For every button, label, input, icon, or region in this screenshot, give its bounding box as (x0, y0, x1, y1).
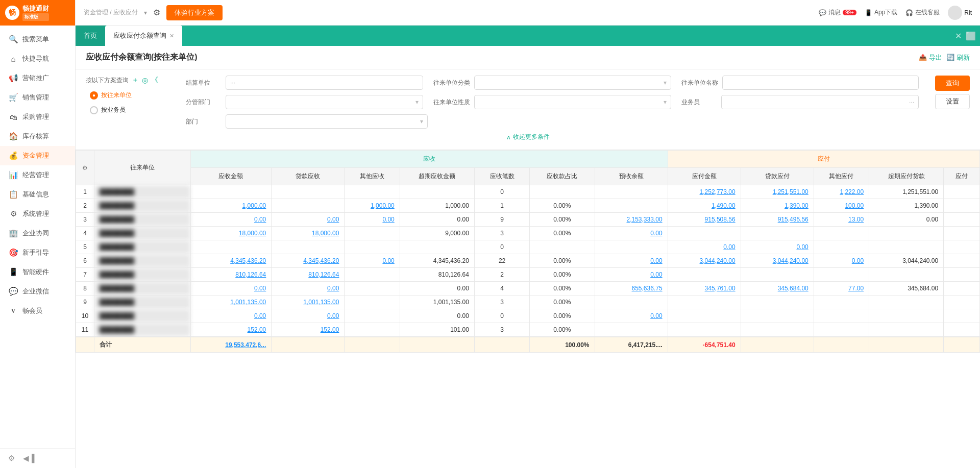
table-cell[interactable] (345, 185, 400, 199)
tab-home[interactable]: 首页 (76, 26, 105, 46)
table-cell[interactable]: 0.00 (595, 309, 668, 323)
table-cell[interactable]: 1,000.00 (190, 199, 272, 213)
maximize-icon[interactable]: ⬜ (966, 31, 976, 41)
settings-button[interactable]: 设置 (935, 94, 970, 109)
table-cell[interactable] (595, 295, 668, 309)
table-cell[interactable] (814, 240, 869, 254)
table-cell[interactable] (814, 309, 869, 323)
table-cell[interactable] (741, 227, 814, 240)
table-cell[interactable] (595, 185, 668, 199)
table-cell[interactable]: 0.00 (668, 240, 741, 254)
footer-ar-amount[interactable]: 19,553,472,6... (190, 337, 272, 353)
settlement-unit-input[interactable]: ··· (226, 76, 423, 90)
table-cell[interactable]: 2,153,333.00 (595, 213, 668, 227)
sidebar-item-guide[interactable]: 🎯 新手引导 (0, 243, 75, 262)
table-cell[interactable]: 1,001,135.00 (272, 295, 345, 309)
table-cell[interactable]: 0.00 (345, 254, 400, 268)
table-cell[interactable]: 1,222.00 (814, 185, 869, 199)
table-cell[interactable]: 152.00 (190, 323, 272, 337)
table-cell[interactable]: 810,126.64 (272, 268, 345, 282)
table-cell[interactable] (345, 309, 400, 323)
column-settings-icon[interactable]: ⚙ (82, 164, 88, 171)
table-cell[interactable]: 18,000.00 (272, 227, 345, 240)
sidebar-item-hardware[interactable]: 📱 智能硬件 (0, 262, 75, 282)
table-cell[interactable] (741, 309, 814, 323)
tab-receivable[interactable]: 应收应付余额查询 ✕ (105, 26, 182, 46)
table-cell[interactable]: 4,345,436.20 (272, 254, 345, 268)
sidebar-item-basic-info[interactable]: 📋 基础信息 (0, 185, 75, 204)
table-cell[interactable] (595, 240, 668, 254)
dept-input[interactable]: ▾ (226, 114, 428, 129)
table-cell[interactable] (668, 268, 741, 282)
sidebar-item-finance[interactable]: 💰 资金管理 (0, 146, 75, 165)
partner-category-input[interactable]: ▾ (474, 76, 671, 90)
filter-option-salesperson[interactable]: 按业务员 (86, 104, 178, 116)
table-cell[interactable]: 1,490.00 (668, 199, 741, 213)
salesperson-input[interactable]: ··· (721, 95, 919, 109)
close-tab-icon[interactable]: ✕ (169, 33, 174, 39)
table-cell[interactable] (668, 309, 741, 323)
table-cell[interactable]: 655,636.75 (595, 282, 668, 295)
sidebar-item-operations[interactable]: 📊 经营管理 (0, 165, 75, 185)
query-button[interactable]: 查询 (935, 76, 970, 91)
table-cell[interactable] (668, 295, 741, 309)
partner-nature-input[interactable]: ▾ (474, 95, 671, 109)
table-cell[interactable] (345, 282, 400, 295)
online-service-button[interactable]: 🎧 在线客服 (905, 8, 940, 17)
table-cell[interactable]: 152.00 (272, 323, 345, 337)
dept-manager-input[interactable]: ▾ (226, 95, 423, 109)
table-cell[interactable] (272, 240, 345, 254)
table-cell[interactable] (345, 268, 400, 282)
table-cell[interactable]: 0.00 (272, 309, 345, 323)
sidebar-item-wechat[interactable]: 💬 企业微信 (0, 282, 75, 301)
table-cell[interactable] (814, 268, 869, 282)
table-cell[interactable] (272, 199, 345, 213)
sidebar-item-purchase[interactable]: 🛍 采购管理 (0, 107, 75, 127)
table-cell[interactable]: 1,000.00 (345, 199, 400, 213)
table-cell[interactable] (345, 240, 400, 254)
table-cell[interactable]: 0.00 (741, 240, 814, 254)
table-cell[interactable]: 0.00 (595, 268, 668, 282)
scheme-settings-icon[interactable]: ◎ (142, 76, 148, 84)
table-cell[interactable]: 3,044,240.00 (668, 254, 741, 268)
collapse-scheme-icon[interactable]: 《 (151, 76, 158, 85)
partner-name-input[interactable] (722, 76, 919, 90)
table-cell[interactable] (741, 323, 814, 337)
table-cell[interactable]: 0.00 (190, 309, 272, 323)
table-cell[interactable] (814, 227, 869, 240)
table-cell[interactable] (190, 240, 272, 254)
add-scheme-icon[interactable]: ＋ (132, 76, 139, 85)
sidebar-item-sales[interactable]: 🛒 销售管理 (0, 88, 75, 107)
table-container[interactable]: ⚙ 往来单位 应收 应付 应收金额 贷款应收 其他应收 超期应收金额 应收笔数 … (76, 150, 980, 468)
table-cell[interactable]: 77.00 (814, 282, 869, 295)
table-cell[interactable]: 13.00 (814, 213, 869, 227)
table-cell[interactable]: 915,508.56 (668, 213, 741, 227)
table-cell[interactable] (595, 199, 668, 213)
topbar-gear-icon[interactable]: ⚙ (153, 8, 160, 17)
table-cell[interactable]: 1,001,135.00 (190, 295, 272, 309)
table-cell[interactable]: 810,126.64 (190, 268, 272, 282)
table-cell[interactable] (741, 295, 814, 309)
table-cell[interactable] (741, 268, 814, 282)
table-cell[interactable] (814, 323, 869, 337)
table-cell[interactable]: 4,345,436.20 (190, 254, 272, 268)
export-button[interactable]: 📤 导出 (919, 53, 942, 62)
chevron-down-icon[interactable]: ▾ (144, 9, 147, 16)
sidebar-item-inventory[interactable]: 🏠 库存核算 (0, 127, 75, 146)
table-cell[interactable]: 0.00 (345, 213, 400, 227)
collapse-button[interactable]: ∧ 收起更多条件 (86, 131, 970, 143)
table-cell[interactable]: 0.00 (595, 227, 668, 240)
filter-option-partner[interactable]: ● 按往来单位 (86, 89, 178, 102)
refresh-button[interactable]: 🔄 刷新 (946, 53, 970, 62)
table-cell[interactable]: 1,252,773.00 (668, 185, 741, 199)
table-cell[interactable]: 0.00 (595, 254, 668, 268)
table-cell[interactable] (190, 185, 272, 199)
collapse-icon[interactable]: ◀▐ (23, 454, 35, 463)
table-cell[interactable]: 100.00 (814, 199, 869, 213)
sidebar-item-quicknav[interactable]: ⌂ 快捷导航 (0, 49, 75, 68)
sidebar-item-enterprise[interactable]: 🏢 企业协同 (0, 224, 75, 243)
table-cell[interactable]: 0.00 (272, 213, 345, 227)
user-avatar[interactable]: Rit (948, 6, 972, 20)
table-cell[interactable] (272, 185, 345, 199)
app-download-button[interactable]: 📱 App下载 (865, 8, 897, 17)
